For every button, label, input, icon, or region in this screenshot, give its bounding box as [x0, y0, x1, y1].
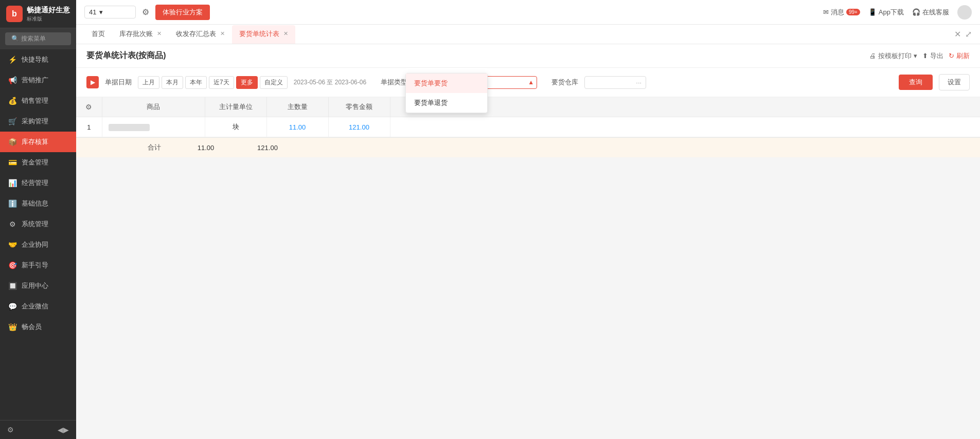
tab-home-label: 首页 — [92, 29, 105, 39]
quantity-link[interactable]: 11.00 — [289, 123, 306, 131]
headset-icon: 🎧 — [912, 8, 920, 16]
col-header-unit: 主计量单位 — [205, 97, 266, 117]
sidebar-item-finance[interactable]: 💳 资金管理 — [0, 152, 76, 173]
col-header-amount: 零售金额 — [328, 97, 390, 117]
sidebar-item-label: 企业微信 — [22, 302, 48, 311]
filter-expand-btn[interactable]: ▶ — [86, 76, 99, 88]
tab-receivable-label: 收发存汇总表 — [176, 29, 216, 39]
online-service-btn[interactable]: 🎧 在线客服 — [912, 8, 949, 17]
sidebar-search-area[interactable]: 🔍 搜索菜单 — [0, 28, 76, 49]
footer-label: 合计 — [82, 143, 175, 152]
tab-close-order-stat[interactable]: ✕ — [283, 30, 288, 37]
sidebar-item-purchase[interactable]: 🛒 采购管理 — [0, 111, 76, 132]
query-btn[interactable]: 查询 — [899, 75, 933, 90]
member-icon: 👑 — [7, 322, 17, 332]
dropdown-item-order-return[interactable]: 要货单退货 — [406, 93, 487, 113]
page-actions: 🖨 按模板打印 ▾ ⬆ 导出 ↻ 刷新 — [869, 51, 970, 67]
cell-quantity: 11.00 — [266, 117, 328, 137]
export-btn[interactable]: ⬆ 导出 — [922, 51, 943, 61]
message-btn[interactable]: ✉ 消息 99+ — [823, 8, 860, 17]
sidebar-item-label: 新手引导 — [22, 261, 48, 270]
sidebar-item-marketing[interactable]: 📢 营销推广 — [0, 70, 76, 90]
sidebar-item-wechat[interactable]: 💬 企业微信 — [0, 296, 76, 317]
cooperation-icon: 🤝 — [7, 240, 17, 250]
tab-close-inventory[interactable]: ✕ — [157, 30, 162, 37]
sidebar-item-inventory[interactable]: 📦 库存核算 — [0, 132, 76, 152]
sidebar-item-quick-nav[interactable]: ⚡ 快捷导航 — [0, 49, 76, 70]
search-icon: 🔍 — [11, 35, 19, 42]
tabs-close-all[interactable]: ✕ — [954, 29, 961, 39]
print-btn[interactable]: 🖨 按模板打印 ▾ — [869, 51, 917, 61]
basic-icon: ℹ️ — [7, 198, 17, 209]
amount-link[interactable]: 121.00 — [349, 123, 369, 131]
tab-close-receivable[interactable]: ✕ — [220, 30, 225, 37]
sidebar-item-label: 基础信息 — [22, 199, 48, 208]
app-icon: 📱 — [868, 8, 877, 16]
date-btn-7days[interactable]: 近7天 — [209, 76, 234, 89]
collapse-icon[interactable]: ◀▶ — [58, 426, 69, 434]
logo-icon: b — [6, 6, 23, 22]
header-right: ✉ 消息 99+ 📱 App下载 🎧 在线客服 — [823, 5, 972, 20]
app-download-label: App下载 — [879, 8, 904, 17]
company-selector[interactable]: 41 ▾ — [84, 6, 136, 19]
tab-order-stat[interactable]: 要货单统计表 ✕ — [232, 25, 295, 44]
cell-amount: 121.00 — [328, 117, 390, 137]
sidebar-item-guide[interactable]: 🎯 新手引导 — [0, 255, 76, 276]
cell-product — [102, 117, 205, 137]
sidebar-item-basic[interactable]: ℹ️ 基础信息 — [0, 193, 76, 214]
sidebar-item-label: 企业协同 — [22, 240, 48, 249]
sidebar-item-label: 销售管理 — [22, 96, 48, 105]
tabs-bar: 首页 库存批次账 ✕ 收发存汇总表 ✕ 要货单统计表 ✕ ✕ ⤢ — [76, 25, 980, 44]
sidebar-item-label: 库存核算 — [22, 137, 48, 147]
refresh-btn[interactable]: ↻ 刷新 — [949, 51, 970, 61]
sidebar-item-cooperation[interactable]: 🤝 企业协同 — [0, 234, 76, 255]
header-left: 41 ▾ ⚙ 体验行业方案 — [84, 5, 210, 20]
sidebar-item-label: 应用中心 — [22, 281, 48, 290]
system-icon: ⚙ — [7, 219, 17, 229]
sidebar-search-btn[interactable]: 🔍 搜索菜单 — [5, 32, 71, 45]
quick-nav-icon: ⚡ — [7, 54, 17, 65]
tab-home[interactable]: 首页 — [84, 25, 112, 44]
sidebar-item-system[interactable]: ⚙ 系统管理 — [0, 214, 76, 234]
gear-icon[interactable]: ⚙ — [142, 7, 149, 17]
sidebar-item-label: 经营管理 — [22, 178, 48, 188]
date-btn-this-month[interactable]: 本月 — [162, 76, 183, 89]
selector-value: 41 — [89, 8, 96, 16]
tab-inventory[interactable]: 库存批次账 ✕ — [112, 25, 169, 44]
tab-receivable[interactable]: 收发存汇总表 ✕ — [169, 25, 232, 44]
type-dropdown-arrow[interactable]: ▲ — [528, 79, 534, 86]
date-btn-this-year[interactable]: 本年 — [185, 76, 207, 89]
main-area: 41 ▾ ⚙ 体验行业方案 ✉ 消息 99+ 📱 App下载 🎧 在线客服 — [76, 0, 980, 439]
cell-extra — [390, 117, 980, 137]
date-btn-last-month[interactable]: 上月 — [138, 76, 159, 89]
purchase-icon: 🛒 — [7, 116, 17, 126]
page-header: 要货单统计表(按商品) 🖨 按模板打印 ▾ ⬆ 导出 ↻ 刷新 — [76, 44, 980, 68]
warehouse-label: 要货仓库 — [551, 78, 578, 87]
finance-icon: 💳 — [7, 157, 17, 168]
date-btn-custom[interactable]: 自定义 — [260, 76, 288, 89]
sidebar-nav: ⚡ 快捷导航 📢 营销推广 💰 销售管理 🛒 采购管理 📦 库存核算 💳 资金管… — [0, 49, 76, 420]
table-footer: 合计 11.00 121.00 — [76, 137, 980, 157]
cell-unit: 块 — [205, 117, 266, 137]
app-download-btn[interactable]: 📱 App下载 — [868, 8, 904, 17]
sidebar-item-sales[interactable]: 💰 销售管理 — [0, 90, 76, 111]
sidebar-item-operation[interactable]: 📊 经营管理 — [0, 173, 76, 193]
product-name-blurred — [109, 124, 150, 131]
settings-btn[interactable]: 设置 — [939, 74, 970, 90]
settings-icon[interactable]: ⚙ — [7, 426, 14, 434]
tab-order-stat-label: 要货单统计表 — [239, 29, 279, 39]
avatar[interactable] — [957, 5, 972, 20]
tabs-expand[interactable]: ⤢ — [965, 29, 972, 39]
sidebar: b 畅捷通好生意 标准版 🔍 搜索菜单 ⚡ 快捷导航 📢 营销推广 💰 销售管理… — [0, 0, 76, 439]
column-settings-icon[interactable]: ⚙ — [85, 103, 92, 111]
warehouse-input[interactable]: ··· — [584, 76, 646, 89]
industry-btn[interactable]: 体验行业方案 — [155, 5, 210, 20]
dropdown-item-order-goods[interactable]: 要货单要货 — [406, 74, 487, 93]
cell-no: 1 — [76, 117, 102, 137]
col-header-product: 商品 — [102, 97, 205, 117]
sidebar-item-member[interactable]: 👑 畅会员 — [0, 317, 76, 337]
sidebar-item-label: 采购管理 — [22, 117, 48, 126]
date-btn-more[interactable]: 更多 — [236, 76, 258, 89]
sidebar-item-app-center[interactable]: 🔲 应用中心 — [0, 276, 76, 296]
date-quick-btns: 上月 本月 本年 近7天 更多 自定义 — [138, 76, 288, 89]
